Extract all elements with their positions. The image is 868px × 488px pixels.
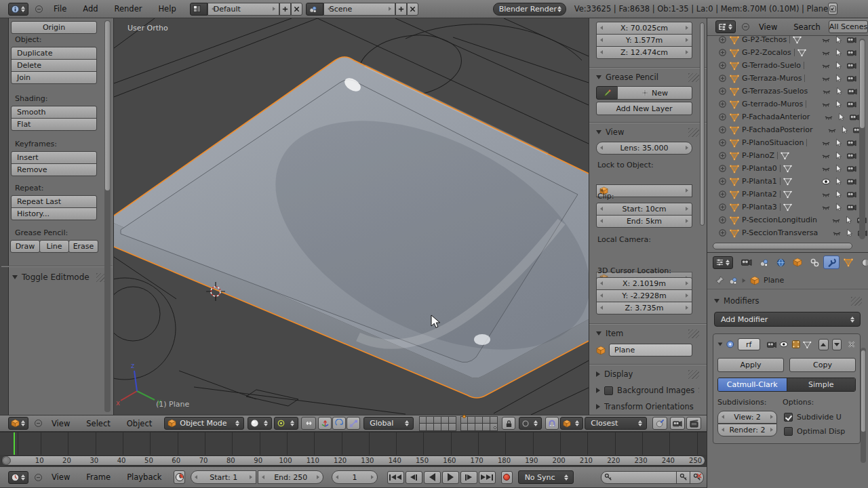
tab-material[interactable] (857, 256, 868, 269)
modifier-cage-toggle-icon[interactable] (803, 340, 812, 349)
object-name[interactable]: G-Terraza-Muros (742, 74, 802, 83)
expand-icon[interactable] (718, 164, 727, 173)
visibility-eye-closed-icon[interactable] (821, 151, 831, 161)
outliner-row[interactable]: G-terrado-Muros (707, 98, 859, 110)
collapse-menus-toggle[interactable] (742, 23, 749, 30)
transform-orientations-panel-header[interactable]: Transform Orientations (596, 402, 699, 411)
add-new-layer-button[interactable]: Add New Layer (596, 102, 692, 115)
expand-icon[interactable] (718, 151, 727, 160)
plane-object[interactable] (114, 57, 589, 398)
selectability-arrow-icon[interactable] (835, 61, 843, 70)
visibility-eye-open-icon[interactable] (821, 177, 831, 186)
tool-button[interactable]: Insert (11, 151, 97, 164)
outliner-row[interactable]: G-Terrado-Suelo (707, 59, 859, 72)
snap-toggle-button[interactable] (545, 417, 559, 430)
expand-icon[interactable] (718, 61, 727, 70)
expand-icon[interactable] (718, 35, 727, 44)
display-panel-header[interactable]: Display (596, 369, 699, 379)
tab-world[interactable] (772, 256, 789, 269)
panel-grip[interactable] (688, 128, 699, 137)
view-subdivisions-field[interactable]: View: 2 (717, 411, 777, 424)
object-name[interactable]: P-Planta2 (742, 190, 777, 199)
visibility-eye-closed-icon[interactable] (821, 61, 831, 70)
cursor-field[interactable]: Y: -2.2928m (596, 289, 692, 302)
snap-element-button[interactable] (560, 417, 583, 430)
scrollbar-thumb[interactable] (861, 350, 865, 432)
tab-render[interactable] (738, 256, 755, 269)
snap-target-dropdown[interactable]: Closest (585, 417, 647, 430)
record-button[interactable] (501, 471, 513, 484)
outliner-row[interactable]: P-PlanoZ (707, 149, 859, 162)
menu-item[interactable]: Select (78, 419, 118, 428)
collapse-menus-toggle[interactable] (35, 5, 43, 13)
mode-dropdown[interactable]: Object Mode (164, 417, 244, 430)
selectability-arrow-icon[interactable] (835, 151, 843, 160)
selectability-arrow-icon[interactable] (835, 87, 844, 96)
apply-button[interactable]: Apply (717, 358, 784, 372)
renderability-camera-icon[interactable] (847, 203, 856, 211)
expand-icon[interactable] (718, 203, 727, 211)
layer-block-1[interactable] (419, 416, 456, 431)
renderability-camera-icon[interactable] (847, 178, 856, 186)
panel-grip[interactable] (851, 297, 862, 306)
grease-draw-button[interactable] (596, 86, 618, 100)
menu-item[interactable]: Object (119, 419, 160, 428)
selectability-arrow-icon[interactable] (835, 74, 843, 83)
tool-button[interactable]: Duplicate (11, 47, 97, 60)
editor-type-button[interactable] (8, 3, 28, 16)
tool-button[interactable]: History... (11, 207, 97, 220)
tool-button[interactable]: Flat (11, 118, 97, 131)
object-name[interactable]: P-Planta3 (742, 203, 777, 211)
clip-field[interactable]: End: 5km (596, 215, 692, 228)
expand-icon[interactable] (718, 228, 727, 237)
visibility-eye-closed-icon[interactable] (821, 48, 831, 58)
grease-new-button[interactable]: New (617, 86, 692, 100)
timeline-track[interactable] (0, 432, 707, 455)
background-images-checkbox[interactable] (604, 386, 613, 395)
next-keyframe-button[interactable] (460, 471, 477, 484)
object-name[interactable]: P-Planta0 (742, 164, 777, 173)
outliner-row[interactable]: G-Terraza-Muros (707, 72, 859, 85)
renderability-camera-icon[interactable] (847, 49, 856, 57)
outliner-scope-dropdown[interactable]: All Scenes (829, 20, 868, 33)
renderability-camera-icon[interactable] (847, 190, 856, 199)
selectability-arrow-icon[interactable] (837, 113, 846, 121)
modifier-render-toggle-icon[interactable] (767, 340, 777, 349)
orientation-dropdown[interactable]: Global (363, 417, 414, 430)
layers-widget[interactable] (419, 416, 498, 431)
expand-icon[interactable] (718, 100, 727, 108)
visibility-eye-closed-icon[interactable] (831, 216, 841, 225)
cursor-field[interactable]: X: 2.1019m (596, 277, 692, 290)
add-modifier-dropdown[interactable]: Add Modifier (714, 312, 861, 327)
sync-mode-dropdown[interactable]: No Sync (518, 470, 574, 484)
properties-vscrollbar[interactable] (861, 348, 866, 463)
panel-grip[interactable] (688, 370, 699, 379)
opengl-render-anim-button[interactable] (686, 417, 701, 430)
clip-field[interactable]: Start: 10cm (596, 203, 692, 216)
tool-button[interactable]: Repeat Last (11, 195, 97, 208)
menu-item[interactable]: Search (785, 22, 829, 32)
window-duplicate-button[interactable] (828, 3, 837, 15)
expand-icon[interactable] (718, 177, 727, 186)
copy-button[interactable]: Copy (789, 358, 856, 372)
selectability-arrow-icon[interactable] (835, 164, 843, 173)
collapse-menus-toggle[interactable] (35, 420, 42, 427)
outliner-row[interactable]: P-FachadaPosterior (707, 123, 859, 136)
tab-object-data[interactable] (840, 256, 856, 269)
render-subdivisions-field[interactable]: Render: 2 (717, 424, 777, 436)
panel-grip[interactable] (688, 329, 699, 338)
renderability-camera-icon[interactable] (847, 139, 856, 147)
modifier-move-down-button[interactable] (832, 339, 842, 350)
manipulator-toggle-button[interactable] (301, 417, 316, 430)
outliner-row[interactable]: P-Planta0 (707, 162, 859, 175)
delete-keyframe-button[interactable] (690, 471, 704, 484)
selectability-arrow-icon[interactable] (835, 35, 843, 44)
object-name[interactable]: G-terrado-Muros (742, 100, 803, 108)
expand-icon[interactable] (718, 125, 727, 134)
screen-name-field[interactable]: Default (208, 3, 279, 16)
visibility-eye-closed-icon[interactable] (821, 190, 831, 199)
expand-icon[interactable] (718, 138, 727, 147)
origin-button[interactable]: Origin (11, 21, 97, 34)
tool-shelf-scrollbar[interactable] (104, 20, 111, 412)
modifiers-panel-header[interactable]: Modifiers (714, 296, 862, 306)
